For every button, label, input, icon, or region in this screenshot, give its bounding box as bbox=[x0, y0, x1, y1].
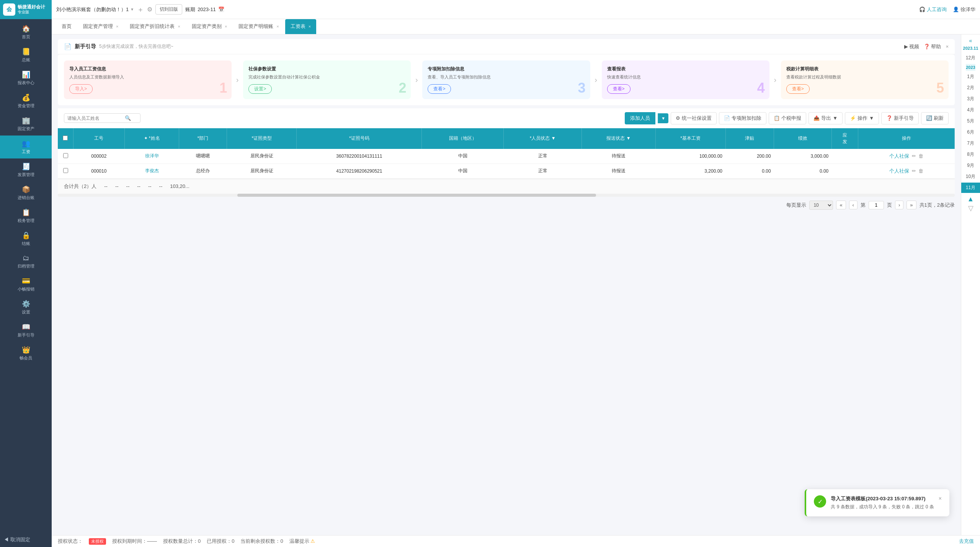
step-arrow-3: › bbox=[590, 75, 602, 84]
select-all-checkbox[interactable] bbox=[63, 136, 68, 140]
dash1: -- bbox=[104, 183, 108, 189]
step4-btn[interactable]: 查看> bbox=[607, 84, 630, 94]
calendar-up-icon[interactable]: ▲ bbox=[967, 195, 974, 203]
calendar-month-9[interactable]: 9月 bbox=[961, 160, 980, 171]
first-page-btn[interactable]: « bbox=[836, 201, 846, 209]
next-page-btn[interactable]: › bbox=[895, 201, 903, 209]
sidebar-item-vip[interactable]: 👑 畅会员 bbox=[0, 342, 52, 365]
tab-fixed-assets-type[interactable]: 固定资产类别 × bbox=[186, 19, 232, 34]
ai-consult-btn[interactable]: 🎧 人工咨询 bbox=[919, 6, 947, 13]
export-btn[interactable]: 📤 导出 ▼ bbox=[808, 112, 843, 124]
guide-help-btn[interactable]: ❓ 帮助 bbox=[924, 43, 941, 50]
calendar-down-icon[interactable]: ▽ bbox=[968, 204, 973, 212]
personal-tax-btn[interactable]: 📋 个税申报 bbox=[769, 112, 806, 124]
video-label: 视频 bbox=[909, 43, 919, 50]
social-insurance-btn[interactable]: ⚙ 统一社保设置 bbox=[671, 112, 717, 124]
guide-video-btn[interactable]: ▶ 视频 bbox=[904, 43, 919, 50]
step4-num: 4 bbox=[757, 80, 765, 96]
sidebar-item-closing[interactable]: 🔒 结账 bbox=[0, 227, 52, 250]
tab-home[interactable]: 首页 bbox=[56, 19, 77, 34]
add-account-icon[interactable]: ＋ bbox=[137, 5, 144, 14]
step2-btn[interactable]: 设置> bbox=[248, 84, 272, 94]
prev-page-btn[interactable]: ‹ bbox=[849, 201, 858, 209]
row1-social-btn[interactable]: 个人社保 bbox=[889, 153, 909, 159]
settings-gear-icon[interactable]: ⚙ bbox=[147, 6, 152, 13]
close-tab-fixed-assets-detail-icon[interactable]: × bbox=[276, 24, 279, 29]
guide-btn[interactable]: ❓ 新手引导 bbox=[881, 112, 919, 124]
calendar-month-11[interactable]: 11月 bbox=[961, 183, 980, 193]
calendar-month-3[interactable]: 3月 bbox=[961, 94, 980, 104]
sidebar-unpin[interactable]: ◀ 取消固定 bbox=[0, 532, 52, 547]
last-page-btn[interactable]: » bbox=[906, 201, 916, 209]
close-tab-payroll-table-icon[interactable]: × bbox=[309, 24, 311, 29]
sidebar-item-funds[interactable]: 💰 资金管理 bbox=[0, 90, 52, 113]
row2-checkbox[interactable] bbox=[58, 163, 73, 178]
calendar-month-6[interactable]: 6月 bbox=[961, 127, 980, 137]
calendar-month-4[interactable]: 4月 bbox=[961, 105, 980, 115]
recharge-link[interactable]: 去充值 bbox=[959, 538, 974, 545]
per-page-select[interactable]: 10 20 50 bbox=[809, 201, 833, 210]
row2-name[interactable]: 李俊杰 bbox=[125, 163, 179, 178]
total-records-label: 共1页，2条记录 bbox=[920, 202, 955, 209]
calendar-month-8[interactable]: 8月 bbox=[961, 149, 980, 160]
row1-checkbox[interactable] bbox=[58, 149, 73, 164]
step1-btn[interactable]: 导入> bbox=[69, 84, 93, 94]
calendar-expand-icon[interactable]: « bbox=[969, 38, 972, 44]
close-tab-fixed-assets-mgmt-icon[interactable]: × bbox=[116, 24, 118, 29]
horizontal-scrollbar[interactable] bbox=[58, 194, 955, 197]
user-menu[interactable]: 👤 徐泽华 bbox=[953, 6, 975, 13]
row2-delete-icon[interactable]: 🗑 bbox=[918, 168, 923, 174]
calendar-month-5[interactable]: 5月 bbox=[961, 116, 980, 126]
calendar-month-10[interactable]: 10月 bbox=[961, 171, 980, 182]
tab-payroll-table[interactable]: 工资表 × bbox=[285, 19, 316, 34]
col-performance: 绩效 bbox=[774, 128, 832, 149]
page-input[interactable] bbox=[869, 201, 884, 209]
sidebar-item-invoices[interactable]: 🧾 发票管理 bbox=[0, 158, 52, 181]
add-employee-button[interactable]: 添加人员 bbox=[625, 112, 655, 124]
tab-fixed-assets-detail[interactable]: 固定资产明细账 × bbox=[233, 19, 284, 34]
row1-name[interactable]: 徐泽华 bbox=[125, 149, 179, 164]
refresh-btn[interactable]: 🔄 刷新 bbox=[921, 112, 949, 124]
sidebar-item-archives[interactable]: 🗂 归档管理 bbox=[0, 250, 52, 273]
step3-btn[interactable]: 查看> bbox=[428, 84, 451, 94]
tab-home-label: 首页 bbox=[62, 23, 72, 30]
close-tab-depreciation-icon[interactable]: × bbox=[178, 24, 180, 29]
toolbar-actions: 添加人员 ▼ ⚙ 统一社保设置 📄 专项附加扣除 📋 个税申报 bbox=[625, 112, 949, 124]
sidebar-item-payroll[interactable]: 👥 工资 bbox=[0, 136, 52, 158]
toast-close-icon[interactable]: × bbox=[939, 495, 942, 501]
account-selector[interactable]: 刘小艳演示账套（勿删勿动！）1 ▼ bbox=[56, 6, 134, 13]
row1-basic-salary: 100,000.00 bbox=[655, 149, 725, 164]
sidebar-item-general-ledger[interactable]: 📒 总账 bbox=[0, 44, 52, 67]
col-allowance: 津贴 bbox=[725, 128, 774, 149]
close-tab-fixed-assets-type-icon[interactable]: × bbox=[225, 24, 227, 29]
switch-version-button[interactable]: 切到旧版 bbox=[155, 4, 182, 15]
row1-edit-icon[interactable]: ✏ bbox=[912, 153, 916, 159]
period-selector[interactable]: 账期 2023-11 📅 bbox=[185, 6, 224, 13]
sidebar-item-expense[interactable]: 💳 小畅报销 bbox=[0, 273, 52, 296]
step2-title: 社保参数设置 bbox=[248, 66, 405, 72]
calendar-month-2[interactable]: 2月 bbox=[961, 83, 980, 93]
sidebar-item-settings[interactable]: ⚙️ 设置 bbox=[0, 296, 52, 319]
tab-depreciation[interactable]: 固定资产折旧统计表 × bbox=[124, 19, 185, 34]
main-container: 刘小艳演示账套（勿删勿动！）1 ▼ ＋ ⚙ 切到旧版 账期 2023-11 📅 … bbox=[52, 0, 980, 547]
search-input[interactable] bbox=[67, 116, 125, 121]
sidebar-item-reports[interactable]: 📊 报表中心 bbox=[0, 67, 52, 90]
sidebar-item-guide[interactable]: 📖 新手引导 bbox=[0, 319, 52, 342]
dash6: -- bbox=[159, 183, 163, 189]
sidebar-item-fixed-assets[interactable]: 🏢 固定资产 bbox=[0, 113, 52, 136]
operate-btn[interactable]: ⚡ 操作 ▼ bbox=[845, 112, 879, 124]
sidebar-item-home[interactable]: 🏠 首页 bbox=[0, 21, 52, 44]
sidebar-item-tax[interactable]: 📋 税务管理 bbox=[0, 204, 52, 227]
row1-delete-icon[interactable]: 🗑 bbox=[918, 153, 923, 159]
row2-social-btn[interactable]: 个人社保 bbox=[889, 168, 909, 174]
sidebar-item-inventory[interactable]: 📦 进销台账 bbox=[0, 181, 52, 204]
calendar-month-12[interactable]: 12月 bbox=[961, 53, 980, 63]
row2-edit-icon[interactable]: ✏ bbox=[912, 168, 916, 174]
special-deduction-btn[interactable]: 📄 专项附加扣除 bbox=[719, 112, 766, 124]
calendar-month-1[interactable]: 1月 bbox=[961, 72, 980, 82]
step5-btn[interactable]: 查看> bbox=[786, 84, 810, 94]
tab-fixed-assets-mgmt[interactable]: 固定资产管理 × bbox=[78, 19, 124, 34]
close-guide-icon[interactable]: × bbox=[946, 44, 949, 49]
calendar-month-7[interactable]: 7月 bbox=[961, 138, 980, 149]
add-employee-dropdown-icon[interactable]: ▼ bbox=[658, 113, 668, 123]
